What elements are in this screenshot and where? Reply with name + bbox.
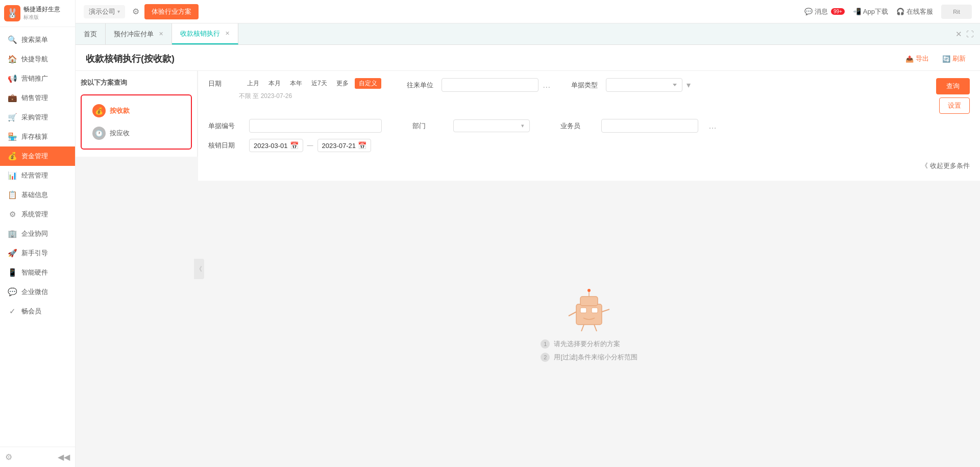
user-avatar[interactable]: Rit: [941, 5, 972, 19]
sidebar-item-basic-info[interactable]: 📋 基础信息: [0, 185, 75, 205]
gear-button[interactable]: ⚙: [5, 452, 12, 462]
date-btn-more[interactable]: 更多: [333, 78, 352, 89]
svg-rect-2: [592, 308, 598, 313]
collapse-sidebar-btn[interactable]: 《: [194, 259, 204, 279]
app-download-action[interactable]: 📲 App下载: [853, 7, 888, 16]
industry-button[interactable]: 体验行业方案: [144, 4, 199, 19]
export-label: 导出: [916, 54, 929, 63]
topbar-left: 演示公司 ▾ ⚙ 体验行业方案: [84, 4, 798, 19]
inventory-icon: 🏪: [7, 132, 17, 141]
svg-rect-1: [580, 308, 586, 313]
member-icon: ✓: [7, 307, 17, 316]
sidebar-item-finance[interactable]: 💰 资金管理: [0, 146, 75, 166]
close-tab-button[interactable]: ✕: [955, 30, 962, 39]
sidebar-nav: 🔍 搜索菜单 🏠 快捷导航 📢 营销推广 💼 销售管理 🛒 采购管理 🏪 库存核…: [0, 27, 75, 447]
sidebar-item-label: 快捷导航: [21, 55, 48, 64]
filter-form-area: 日期 上月 本月 本年 近7天 更多 自定义 不限 至 2: [198, 71, 980, 181]
date-btn-this-year[interactable]: 本年: [287, 78, 305, 89]
sidebar-item-label: 系统管理: [21, 210, 48, 219]
sidebar-item-smart-hardware[interactable]: 📱 智能硬件: [0, 263, 75, 282]
refresh-label: 刷新: [952, 54, 966, 63]
calendar-end-icon: 📅: [358, 141, 366, 150]
expand-tab-button[interactable]: ⛶: [966, 30, 974, 38]
tab-receipt-writeoff-close[interactable]: ✕: [225, 30, 230, 37]
export-button[interactable]: 📤 导出: [901, 52, 933, 65]
empty-illustration: [561, 286, 617, 332]
empty-state: 1 请先选择要分析的方案 2 用[过滤]条件来缩小分析范围: [541, 286, 637, 362]
dept-select[interactable]: [459, 122, 521, 130]
sidebar-item-member[interactable]: ✓ 畅会员: [0, 302, 75, 321]
app-download-icon: 📲: [853, 8, 861, 15]
sidebar-item-guide[interactable]: 🚀 新手引导: [0, 243, 75, 263]
collapse-sidebar-button[interactable]: ◀◀: [58, 452, 70, 462]
sidebar-item-purchase[interactable]: 🛒 采购管理: [0, 108, 75, 127]
calendar-start-icon: 📅: [290, 141, 299, 150]
doc-type-label: 单据类型: [571, 81, 602, 90]
counterparty-more[interactable]: …: [543, 81, 551, 90]
settings-icon[interactable]: ⚙: [132, 7, 139, 16]
collapse-more-area: 《 收起更多条件: [208, 158, 970, 174]
staff-more[interactable]: …: [708, 121, 717, 131]
sidebar-item-operations[interactable]: 📊 经营管理: [0, 166, 75, 185]
svg-line-6: [594, 325, 597, 331]
staff-input[interactable]: [601, 119, 698, 133]
writeoff-date-end-input[interactable]: 2023-07-21 📅: [317, 139, 372, 152]
home-icon: 🏠: [7, 55, 17, 64]
sidebar-item-marketing[interactable]: 📢 营销推广: [0, 69, 75, 88]
dept-select-wrapper[interactable]: ▾: [453, 119, 530, 132]
filter-option-receipt-label: 按收款: [110, 106, 130, 115]
date-btn-this-month[interactable]: 本月: [265, 78, 284, 89]
empty-hint-2-text: 用[过滤]条件来缩小分析范围: [554, 353, 637, 362]
wechat-icon: 💬: [7, 287, 17, 297]
filter-option-by-receipt[interactable]: 💰 按收款: [86, 100, 187, 122]
sales-icon: 💼: [7, 93, 17, 103]
filter-row-2: 单据编号 部门 ▾ 业务员 …: [208, 119, 970, 133]
doc-type-select[interactable]: [606, 78, 682, 92]
collapse-more-button[interactable]: 《 收起更多条件: [921, 158, 970, 174]
sidebar-item-label: 企业微信: [21, 287, 48, 297]
sidebar-item-search[interactable]: 🔍 搜索菜单: [0, 30, 75, 50]
doc-type-more[interactable]: ▾: [687, 80, 691, 90]
settings-button[interactable]: 设置: [939, 97, 970, 114]
content-body: 1 请先选择要分析的方案 2 用[过滤]条件来缩小分析范围: [198, 181, 980, 467]
filter-container: 按以下方案查询 💰 按收款 🕐 按应收 《: [76, 71, 980, 467]
page-title: 收款核销执行(按收款): [86, 53, 175, 65]
message-action[interactable]: 💬 消息 99+: [804, 7, 845, 16]
tab-home[interactable]: 首页: [76, 23, 106, 44]
sidebar-bottom: ⚙ ◀◀: [0, 447, 75, 467]
sidebar-item-label: 企业协同: [21, 229, 48, 238]
app-download-label: App下载: [863, 7, 888, 16]
sidebar-item-system[interactable]: ⚙ 系统管理: [0, 205, 75, 224]
empty-hint-1-text: 请先选择要分析的方案: [554, 339, 620, 349]
counterparty-label: 往来单位: [407, 81, 437, 90]
sidebar-item-label: 新手引导: [21, 249, 48, 258]
date-btn-last-month[interactable]: 上月: [244, 78, 262, 89]
filter-action-buttons: 查询 设置: [936, 78, 970, 114]
query-button[interactable]: 查询: [936, 78, 970, 94]
refresh-button[interactable]: 🔄 刷新: [938, 52, 970, 65]
online-service-action[interactable]: 🎧 在线客服: [896, 7, 933, 16]
empty-hint-1: 1 请先选择要分析的方案: [541, 339, 637, 349]
hardware-icon: 📱: [7, 268, 17, 277]
tab-receipt-writeoff[interactable]: 收款核销执行 ✕: [172, 23, 238, 44]
step-2-icon: 2: [541, 353, 550, 362]
date-btn-custom[interactable]: 自定义: [355, 78, 381, 89]
guide-icon: 🚀: [7, 249, 17, 258]
sidebar-item-inventory[interactable]: 🏪 库存核算: [0, 127, 75, 146]
date-btn-7days[interactable]: 近7天: [308, 78, 330, 89]
writeoff-date-start-input[interactable]: 2023-03-01 📅: [249, 139, 303, 152]
filter-option-by-receivable[interactable]: 🕐 按应收: [86, 122, 187, 144]
sidebar-item-sales[interactable]: 💼 销售管理: [0, 88, 75, 108]
tab-prepay[interactable]: 预付冲应付单 ✕: [106, 23, 172, 44]
company-selector[interactable]: 演示公司 ▾: [84, 5, 125, 18]
sidebar-item-enterprise[interactable]: 🏢 企业协同: [0, 224, 75, 243]
main-area: 演示公司 ▾ ⚙ 体验行业方案 💬 消息 99+ 📲 App下载 🎧 在线客服 …: [76, 0, 980, 467]
sidebar-item-label: 畅会员: [21, 307, 41, 316]
enterprise-icon: 🏢: [7, 229, 17, 238]
sidebar-item-quicknav[interactable]: 🏠 快捷导航: [0, 50, 75, 69]
doc-no-input[interactable]: [249, 119, 382, 133]
tab-prepay-close[interactable]: ✕: [159, 31, 163, 37]
counterparty-input[interactable]: [442, 78, 538, 92]
sidebar-item-wechat[interactable]: 💬 企业微信: [0, 282, 75, 302]
sidebar-item-label: 搜索菜单: [21, 35, 48, 44]
